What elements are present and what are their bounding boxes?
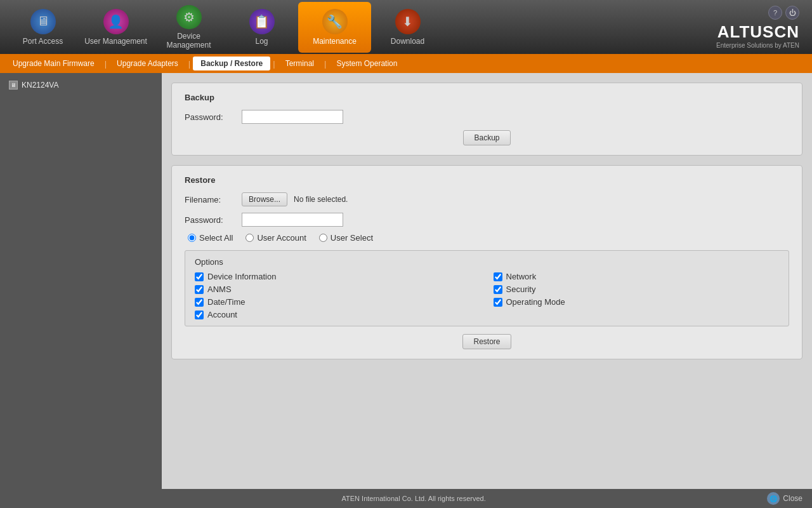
radio-user-account[interactable]: User Account [246, 233, 306, 243]
sidebar-device-name: KN2124VA [22, 81, 58, 90]
browse-button[interactable]: Browse... [242, 192, 287, 206]
submenu-bar: Upgrade Main Firmware | Upgrade Adapters… [0, 54, 812, 73]
options-title: Options [195, 257, 779, 267]
nav-item-maintenance[interactable]: 🔧 Maintenance [298, 2, 371, 53]
checkbox-device-info[interactable] [195, 272, 204, 281]
radio-user-account-label: User Account [257, 233, 306, 243]
restore-btn-row: Restore [185, 334, 789, 349]
backup-password-input[interactable] [242, 110, 343, 124]
restore-panel: Restore Filename: Browse... No file sele… [171, 165, 802, 359]
user-management-icon: 👤 [103, 9, 129, 34]
backup-title: Backup [185, 93, 789, 102]
no-file-text: No file selected. [294, 195, 348, 204]
restore-password-row: Password: [185, 213, 789, 227]
option-security-label: Security [506, 284, 536, 294]
top-bar: 🖥 Port Access 👤 User Management ⚙ Device… [0, 0, 812, 54]
option-operating-mode-label: Operating Mode [506, 297, 565, 307]
option-operating-mode[interactable]: Operating Mode [494, 297, 780, 307]
power-button[interactable]: ⏻ [785, 6, 799, 20]
submenu-sep-3: | [273, 59, 275, 69]
nav-item-log[interactable]: 📋 Log [225, 2, 298, 53]
top-icons: ? ⏻ [768, 6, 799, 20]
checkbox-network[interactable] [494, 272, 502, 281]
option-security[interactable]: Security [494, 284, 780, 294]
filename-row: Filename: Browse... No file selected. [185, 192, 789, 206]
option-datetime-label: Date/Time [207, 297, 245, 307]
nav-label-device-management: Device Management [155, 32, 222, 50]
nav-label-maintenance: Maintenance [313, 37, 357, 46]
option-network[interactable]: Network [494, 272, 780, 281]
nav-label-port-access: Port Access [23, 37, 63, 46]
radio-row: Select All User Account User Select [188, 233, 789, 243]
radio-user-select-input[interactable] [319, 234, 327, 242]
nav-item-port-access[interactable]: 🖥 Port Access [6, 2, 79, 53]
restore-button[interactable]: Restore [462, 334, 511, 349]
submenu-upgrade-adapters[interactable]: Upgrade Adapters [109, 57, 186, 70]
logo-area: ? ⏻ ALTUSCN Enterprise Solutions by ATEN [716, 6, 806, 49]
backup-panel: Backup Password: Backup [171, 83, 802, 156]
submenu-sep-4: | [324, 59, 326, 69]
restore-password-input[interactable] [242, 213, 343, 227]
option-datetime[interactable]: Date/Time [195, 297, 481, 307]
checkbox-datetime[interactable] [195, 298, 204, 307]
device-management-icon: ⚙ [176, 5, 202, 29]
nav-item-user-management[interactable]: 👤 User Management [79, 2, 152, 53]
option-anms[interactable]: ANMS [195, 284, 481, 294]
option-anms-label: ANMS [207, 284, 232, 294]
nav-item-download[interactable]: ⬇ Download [371, 2, 444, 53]
submenu-sep-1: | [105, 59, 107, 69]
radio-select-all-input[interactable] [188, 234, 196, 242]
close-button[interactable]: 🌐 Close [767, 492, 802, 505]
submenu-sep-2: | [188, 59, 190, 69]
checkbox-operating-mode[interactable] [494, 298, 502, 307]
log-icon: 📋 [249, 9, 275, 34]
option-device-info[interactable]: Device Information [195, 272, 481, 281]
restore-title: Restore [185, 175, 789, 185]
backup-password-label: Password: [185, 112, 235, 122]
option-device-info-label: Device Information [207, 272, 276, 281]
radio-user-select[interactable]: User Select [319, 233, 373, 243]
device-icon: 🖥 [9, 81, 18, 90]
options-box: Options Device Information Network ANMS [185, 250, 789, 326]
close-label: Close [783, 494, 802, 503]
radio-select-all-label: Select All [199, 233, 233, 243]
backup-button[interactable]: Backup [463, 130, 510, 145]
restore-password-label: Password: [185, 215, 235, 225]
nav-label-log: Log [255, 37, 268, 46]
filename-label: Filename: [185, 195, 235, 204]
backup-btn-row: Backup [185, 130, 789, 145]
logo-sub: Enterprise Solutions by ATEN [716, 42, 799, 49]
close-icon: 🌐 [767, 492, 780, 505]
submenu-backup-restore[interactable]: Backup / Restore [193, 57, 270, 70]
content-area: Backup Password: Backup Restore Filename… [162, 73, 812, 489]
checkbox-account[interactable] [195, 311, 204, 319]
maintenance-icon: 🔧 [322, 9, 348, 34]
radio-user-select-label: User Select [331, 233, 373, 243]
radio-select-all[interactable]: Select All [188, 233, 233, 243]
backup-password-row: Password: [185, 110, 789, 124]
radio-user-account-input[interactable] [246, 234, 254, 242]
nav-label-user-management: User Management [84, 37, 147, 46]
submenu-upgrade-main[interactable]: Upgrade Main Firmware [5, 57, 102, 70]
download-icon: ⬇ [395, 9, 421, 34]
checkbox-anms[interactable] [195, 285, 204, 294]
nav-label-download: Download [391, 37, 424, 46]
main-area: 🖥 KN2124VA Backup Password: Backup Resto… [0, 73, 812, 489]
sidebar-item-device[interactable]: 🖥 KN2124VA [5, 78, 157, 92]
footer-copyright: ATEN International Co. Ltd. All rights r… [60, 495, 767, 502]
help-button[interactable]: ? [768, 6, 782, 20]
logo-text: ALTUSCN [717, 22, 799, 42]
option-account[interactable]: Account [195, 310, 481, 319]
checkbox-security[interactable] [494, 285, 502, 294]
options-grid: Device Information Network ANMS Security [195, 272, 779, 319]
nav-item-device-management[interactable]: ⚙ Device Management [152, 2, 225, 53]
option-account-label: Account [207, 310, 237, 319]
footer: ATEN International Co. Ltd. All rights r… [0, 489, 812, 508]
submenu-terminal[interactable]: Terminal [278, 57, 322, 70]
submenu-system-operation[interactable]: System Operation [329, 57, 405, 70]
option-network-label: Network [506, 272, 537, 281]
nav-items: 🖥 Port Access 👤 User Management ⚙ Device… [6, 2, 716, 53]
port-access-icon: 🖥 [30, 9, 56, 34]
sidebar: 🖥 KN2124VA [0, 73, 162, 489]
